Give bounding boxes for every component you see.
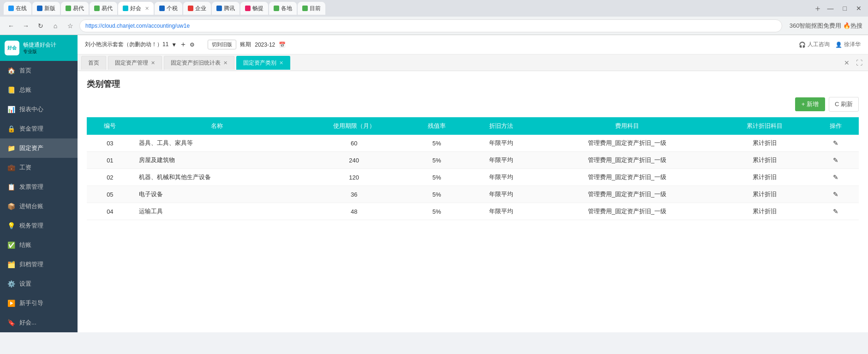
page-tab-0[interactable]: 首页 (81, 56, 106, 70)
back-button[interactable]: ← (6, 22, 17, 30)
reload-button[interactable]: ↻ (35, 22, 46, 30)
expand-tab-button[interactable]: ⛶ (854, 59, 864, 66)
window-maximize[interactable]: □ (840, 4, 850, 13)
sidebar-item-guide[interactable]: ▶️新手引导 (0, 294, 78, 313)
cell-4: 年限平均 (466, 203, 537, 220)
funds-icon: 🔒 (7, 125, 15, 132)
window-minimize[interactable]: — (825, 4, 837, 13)
close-tab-button[interactable]: ✕ (842, 59, 851, 66)
more-options-icon[interactable]: ＋ (180, 40, 187, 49)
edit-button[interactable]: ✎ (812, 135, 859, 152)
settings-icon[interactable]: ⚙ (190, 42, 195, 48)
page-tab-label-1: 固定资产管理 (115, 59, 148, 67)
cell-5: 管理费用_固定资产折旧_一级 (537, 203, 718, 220)
browser-tab-2[interactable]: 易代 (61, 2, 89, 15)
content-toolbar: + 新增 C 刷新 (87, 97, 859, 112)
cell-id: 01 (87, 152, 133, 169)
header-right: 🎧 人工咨询 👤 徐泽华 (799, 41, 861, 48)
cell-6: 累计折旧 (718, 186, 812, 203)
logo-title: 畅捷通好会计 (23, 41, 56, 49)
sidebar-item-fixed-assets[interactable]: 📁固定资产 (0, 138, 78, 158)
edit-button[interactable]: ✎ (812, 203, 859, 220)
switch-old-version-button[interactable]: 切到旧版 (208, 40, 236, 49)
sidebar-item-archive[interactable]: 🗂️归档管理 (0, 255, 78, 274)
table-header: 编号名称使用期限（月）残值率折旧方法费用科目累计折旧科目操作 (87, 117, 859, 135)
edit-button[interactable]: ✎ (812, 152, 859, 169)
user-name-header: 徐泽华 (844, 41, 861, 48)
home-icon: 🏠 (7, 67, 15, 74)
page-tab-close-2[interactable]: ✕ (223, 60, 227, 66)
browser-tab-8[interactable]: 畅提 (240, 2, 268, 15)
cell-2: 36 (300, 186, 407, 203)
page-tab-close-3[interactable]: ✕ (279, 60, 283, 66)
edit-button[interactable]: ✎ (812, 169, 859, 186)
content-area: 类别管理 + 新增 C 刷新 编号名称使用期限（月）残值率折旧方法费用科目累计折… (78, 71, 868, 332)
sidebar-item-tax[interactable]: 💡税务管理 (0, 216, 78, 235)
col-header-2: 使用期限（月） (300, 117, 407, 135)
refresh-button[interactable]: C 刷新 (829, 97, 859, 112)
sidebar-item-more[interactable]: 🔖好会... (0, 313, 78, 332)
col-header-6: 累计折旧科目 (718, 117, 812, 135)
sidebar-label-invoice: 发票管理 (19, 183, 43, 191)
sidebar-item-invoice[interactable]: 📋发票管理 (0, 177, 78, 197)
cell-4: 年限平均 (466, 152, 537, 169)
browser-tab-1[interactable]: 新版 (32, 2, 60, 15)
browser-tab-7[interactable]: 腾讯 (212, 2, 239, 15)
sidebar-item-checkout[interactable]: ✅结账 (0, 235, 78, 255)
sidebar-label-settings: 设置 (19, 280, 31, 288)
cell-4: 年限平均 (466, 186, 537, 203)
reports-icon: 📊 (7, 106, 15, 113)
browser-tab-10[interactable]: 目前 (298, 2, 325, 15)
cell-5: 管理费用_固定资产折旧_一级 (537, 186, 718, 203)
tab-controls: — □ ✕ (825, 4, 864, 13)
consult-button[interactable]: 🎧 人工咨询 (799, 41, 830, 48)
cell-6: 累计折旧 (718, 152, 812, 169)
browser-tab-5[interactable]: 个税 (155, 2, 182, 15)
sidebar-label-stock: 进销台账 (19, 202, 43, 210)
fixed-assets-icon: 📁 (7, 144, 15, 152)
cell-4: 年限平均 (466, 135, 537, 152)
tab-close-icon[interactable]: ✕ (145, 6, 149, 12)
browser-tab-6[interactable]: 企业 (183, 2, 211, 15)
page-tab-1[interactable]: 固定资产管理✕ (108, 56, 162, 70)
sidebar-item-home[interactable]: 🏠首页 (0, 61, 78, 80)
sidebar-item-ledger[interactable]: 📒总账 (0, 80, 78, 100)
calendar-icon[interactable]: 📅 (279, 42, 286, 48)
sidebar-item-stock[interactable]: 📦进销台账 (0, 197, 78, 216)
browser-tab-4[interactable]: 好会✕ (118, 2, 154, 15)
page-tab-label-0: 首页 (88, 59, 99, 67)
new-tab-button[interactable]: ＋ (812, 3, 824, 14)
bookmark-button[interactable]: ☆ (65, 22, 76, 30)
address-input[interactable] (79, 19, 782, 32)
sidebar-item-settings[interactable]: ⚙️设置 (0, 274, 78, 294)
edit-button[interactable]: ✎ (812, 186, 859, 203)
search-icon[interactable]: 360智能抠图免费用 🔥热搜 (790, 22, 862, 30)
sidebar-item-reports[interactable]: 📊报表中心 (0, 100, 78, 119)
headset-icon: 🎧 (799, 42, 806, 48)
col-header-0: 编号 (87, 117, 133, 135)
sidebar-item-funds[interactable]: 🔒资金管理 (0, 119, 78, 138)
page-tab-2[interactable]: 固定资产折旧统计表✕ (164, 56, 234, 70)
cell-id: 02 (87, 169, 133, 186)
browser-tab-0[interactable]: 在线 (4, 2, 31, 15)
user-profile-button[interactable]: 👤 徐泽华 (835, 41, 861, 48)
cell-id: 04 (87, 203, 133, 220)
sidebar-label-more: 好会... (19, 318, 36, 327)
dropdown-arrow-icon[interactable]: ▼ (171, 42, 177, 48)
sidebar-item-salary[interactable]: 💼工资 (0, 158, 78, 177)
browser-tab-3[interactable]: 易代 (90, 2, 117, 15)
table-body: 03器具、工具、家具等605%年限平均管理费用_固定资产折旧_一级累计折旧✎01… (87, 135, 859, 220)
window-close[interactable]: ✕ (853, 4, 864, 13)
page-tab-3[interactable]: 固定资产类别✕ (236, 56, 290, 70)
logo-subtitle: 专业版 (23, 48, 56, 55)
add-button[interactable]: + 新增 (795, 97, 825, 111)
forward-button[interactable]: → (20, 22, 31, 30)
page-tab-close-1[interactable]: ✕ (151, 60, 155, 66)
col-header-3: 残值率 (407, 117, 466, 135)
sidebar: 好会 畅捷通好会计 专业版 🏠首页📒总账📊报表中心🔒资金管理📁固定资产💼工资📋发… (0, 35, 78, 332)
user-display-name: 刘小艳演示套套（勿删勿动！）11 (85, 41, 168, 48)
table-row: 04运输工具485%年限平均管理费用_固定资产折旧_一级累计折旧✎ (87, 203, 859, 220)
browser-tab-9[interactable]: 各地 (269, 2, 297, 15)
browser-chrome: 在线新版易代易代好会✕个税企业腾讯畅提各地目前 ＋ — □ ✕ ← → ↻ ⌂ … (0, 0, 868, 35)
home-button[interactable]: ⌂ (50, 22, 61, 30)
